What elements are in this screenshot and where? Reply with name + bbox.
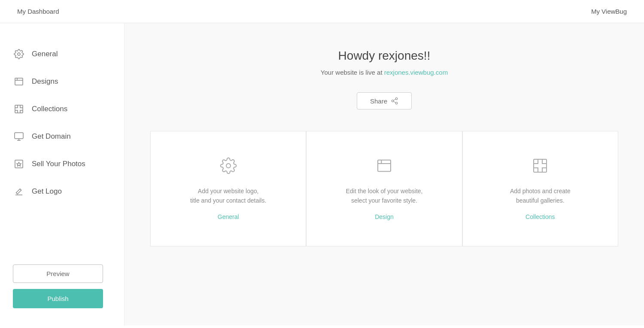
main-content: Howdy rexjones!! Your website is live at… (125, 23, 644, 325)
preview-button[interactable]: Preview (13, 264, 103, 283)
cards-grid: Add your website logo,title and your con… (150, 131, 618, 246)
main-layout: General Designs Collections Get Domain S… (0, 23, 644, 325)
welcome-section: Howdy rexjones!! Your website is live at… (150, 49, 618, 109)
svg-rect-18 (534, 159, 547, 172)
designs-card-icon (376, 157, 393, 176)
sidebar-item-designs[interactable]: Designs (13, 68, 111, 95)
sidebar-item-collections[interactable]: Collections (13, 95, 111, 123)
svg-point-12 (395, 102, 398, 104)
card-link-collections-card[interactable]: Collections (526, 213, 555, 220)
sidebar-item-sell-photos[interactable]: Sell Your Photos (13, 150, 111, 178)
svg-point-10 (395, 98, 398, 100)
designs-icon (13, 76, 25, 88)
header-left: My Dashboard (17, 8, 59, 15)
gear-icon (13, 48, 25, 60)
sidebar-label-sell-photos: Sell Your Photos (32, 160, 85, 168)
sidebar: General Designs Collections Get Domain S… (0, 23, 125, 325)
share-icon (391, 97, 398, 105)
header-right[interactable]: My ViewBug (591, 8, 627, 15)
publish-button[interactable]: Publish (13, 289, 103, 308)
svg-rect-15 (378, 160, 391, 172)
sidebar-label-collections: Collections (32, 105, 67, 113)
sidebar-label-general: General (32, 50, 58, 58)
sidebar-label-get-domain: Get Domain (32, 132, 71, 141)
header: My Dashboard My ViewBug (0, 0, 644, 23)
gear-card-icon (220, 157, 237, 176)
card-desc-design-card: Edit the look of your website,select you… (346, 186, 422, 206)
star-photo-icon (13, 158, 25, 170)
card-link-design-card[interactable]: Design (375, 213, 394, 220)
svg-line-14 (393, 99, 395, 100)
sidebar-nav: General Designs Collections Get Domain S… (13, 40, 111, 252)
svg-point-11 (392, 100, 394, 102)
sidebar-item-get-logo[interactable]: Get Logo (13, 178, 111, 205)
svg-rect-3 (15, 105, 23, 113)
design-card[interactable]: Edit the look of your website,select you… (306, 131, 462, 246)
sidebar-label-designs: Designs (32, 77, 58, 86)
monitor-icon (13, 131, 25, 143)
card-desc-collections-card: Add photos and createbeautiful galleries… (510, 186, 571, 206)
sidebar-item-general[interactable]: General (13, 40, 111, 68)
svg-rect-0 (15, 78, 23, 85)
sidebar-actions: Preview Publish (13, 264, 111, 308)
collections-card[interactable]: Add photos and createbeautiful galleries… (462, 131, 618, 246)
sidebar-label-get-logo: Get Logo (32, 187, 62, 196)
svg-marker-8 (17, 162, 21, 166)
svg-rect-7 (15, 160, 23, 168)
card-desc-general-card: Add your website logo,title and your con… (190, 186, 266, 206)
website-url-link[interactable]: rexjones.viewbug.com (384, 69, 448, 76)
pencil-icon (13, 185, 25, 197)
svg-line-13 (393, 101, 395, 103)
welcome-title: Howdy rexjones!! (150, 49, 618, 63)
collections-card-icon (532, 157, 549, 176)
share-button[interactable]: Share (357, 92, 412, 109)
collections-icon (13, 103, 25, 115)
sidebar-item-get-domain[interactable]: Get Domain (13, 123, 111, 150)
card-link-general-card[interactable]: General (218, 213, 239, 220)
general-card[interactable]: Add your website logo,title and your con… (150, 131, 306, 246)
website-live-text: Your website is live at rexjones.viewbug… (150, 69, 618, 76)
svg-rect-4 (15, 133, 23, 139)
